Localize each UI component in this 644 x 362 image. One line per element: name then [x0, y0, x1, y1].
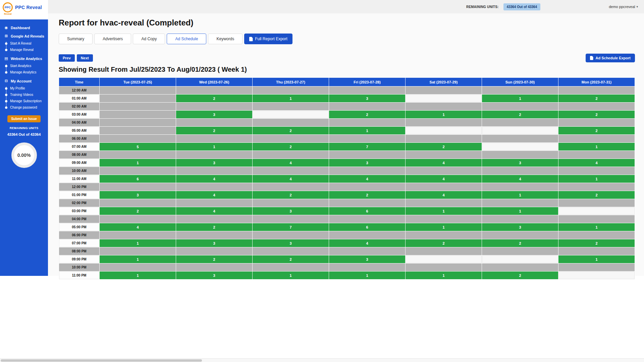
cell-value: 4 [406, 175, 482, 183]
tab-ad-copy[interactable]: Ad Copy [133, 34, 165, 44]
tab-ad-schedule[interactable]: Ad Schedule [167, 34, 206, 44]
cell-no-data [253, 231, 329, 239]
schedule-row: 07:00 AM512721 [59, 143, 635, 150]
cell-value: 2 [406, 239, 482, 247]
time-cell: 02:00 PM [59, 199, 99, 207]
brand-logo-area[interactable]: PPC PPC Reveal Reveal [0, 0, 48, 19]
report-tabs: Summary Advertisers Ad Copy Ad Schedule … [59, 34, 635, 44]
cell-empty [558, 272, 635, 279]
sidebar: PPC PPC Reveal Reveal ◉ Dashboard ⊞ Goog… [0, 0, 48, 276]
time-cell: 11:00 PM [59, 272, 99, 279]
cell-value: 3 [329, 255, 405, 263]
next-button[interactable]: Next [77, 54, 93, 62]
sidebar-section-google-ad-reveals[interactable]: ⊞ Google Ad Reveals [0, 32, 48, 40]
cell-no-data [406, 135, 482, 142]
ad-schedule-export-label: Ad Schedule Export [595, 56, 631, 60]
sidebar-section-my-account[interactable]: ⊟ My Account [0, 77, 48, 85]
file-icon [590, 56, 593, 60]
tab-keywords[interactable]: Keywords [208, 34, 243, 44]
topbar: REMAINING UNITS: 43364 Out of 43364 demo… [48, 0, 644, 13]
cell-no-data [253, 183, 329, 191]
sidebar-remaining-units-label: REMAINING UNITS [0, 126, 48, 130]
cell-value: 3 [253, 239, 329, 247]
sidebar-item-start-a-reveal[interactable]: Start A Reveal [0, 40, 48, 47]
cell-no-data [558, 103, 635, 110]
cell-value: 3 [176, 159, 252, 167]
cell-no-data [482, 263, 558, 271]
cell-no-data [100, 183, 176, 191]
cell-value: 1 [482, 95, 558, 102]
cell-value: 1 [558, 175, 635, 183]
cell-no-data [406, 167, 482, 175]
cell-no-data [406, 103, 482, 110]
cell-no-data [482, 119, 558, 126]
schedule-row: 02:00 PM [59, 199, 635, 207]
sidebar-item-training-videos[interactable]: Training Videos [0, 92, 48, 98]
sidebar-item-change-password[interactable]: Change password [0, 104, 48, 111]
cell-value: 2 [176, 255, 252, 263]
horizontal-scrollbar-thumb[interactable] [1, 359, 202, 362]
cell-no-data [100, 167, 176, 175]
schedule-row: 03:00 PM243611 [59, 207, 635, 215]
cell-no-data [253, 103, 329, 110]
column-header-day: Tue (2023-07-25) [100, 78, 176, 86]
sidebar-item-manage-reveal[interactable]: Manage Reveal [0, 47, 48, 53]
sidebar-section-label: Google Ad Reveals [11, 34, 44, 38]
cell-value: 1 [100, 255, 176, 263]
column-header-day: Fri (2023-07-28) [329, 78, 405, 86]
cell-no-data [176, 247, 252, 255]
sidebar-item-dashboard[interactable]: ◉ Dashboard [0, 23, 48, 32]
sidebar-section-website-analytics[interactable]: ▤ Website Analytics [0, 54, 48, 63]
cell-no-data [329, 199, 405, 207]
cell-no-data [406, 119, 482, 126]
cell-no-data [176, 119, 252, 126]
prev-button[interactable]: Prev [59, 54, 75, 62]
full-report-export-button[interactable]: Full Report Export [244, 34, 292, 44]
submit-issue-button[interactable]: Submit an Issue [7, 115, 41, 122]
time-cell: 01:00 PM [59, 191, 99, 199]
cell-value: 2 [253, 255, 329, 263]
tab-advertisers[interactable]: Advertisers [94, 34, 131, 44]
cell-value: 2 [253, 191, 329, 199]
user-menu[interactable]: demo ppcreveal ▾ [609, 5, 638, 9]
cell-no-data [406, 215, 482, 223]
cell-value: 4 [176, 175, 252, 183]
cell-no-data [100, 263, 176, 271]
cell-value: 4 [253, 159, 329, 167]
time-cell: 02:00 AM [59, 103, 99, 110]
sidebar-nav: ◉ Dashboard ⊞ Google Ad Reveals Start A … [0, 19, 48, 111]
cell-no-data [329, 103, 405, 110]
sidebar-item-manage-subscription[interactable]: Manage Subscription [0, 98, 48, 104]
cell-no-data [100, 119, 176, 126]
horizontal-scrollbar [0, 358, 644, 362]
tab-summary[interactable]: Summary [59, 34, 93, 44]
schedule-row: 01:00 PM3422412 [59, 191, 635, 199]
cell-value: 1 [100, 272, 176, 279]
cell-no-data [100, 215, 176, 223]
cell-value: 4 [329, 239, 405, 247]
cell-no-data [329, 215, 405, 223]
time-cell: 08:00 PM [59, 247, 99, 255]
cell-no-data [176, 151, 252, 159]
user-menu-label: demo ppcreveal [609, 5, 635, 9]
cell-value: 1 [100, 239, 176, 247]
cell-value: 4 [176, 207, 252, 215]
main-content: Report for hvac-reveal (Completed) Summa… [48, 13, 644, 276]
sidebar-item-start-analytics[interactable]: Start Analytics [0, 63, 48, 69]
cell-no-data [100, 151, 176, 159]
cell-no-data [100, 199, 176, 207]
ad-schedule-export-button[interactable]: Ad Schedule Export [586, 54, 635, 62]
cell-no-data [253, 119, 329, 126]
sidebar-item-manage-analytics[interactable]: Manage Analytics [0, 69, 48, 75]
cell-no-data [253, 199, 329, 207]
cell-value: 4 [406, 159, 482, 167]
cell-no-data [558, 151, 635, 159]
time-cell: 10:00 PM [59, 263, 99, 271]
cell-no-data [253, 135, 329, 142]
cell-no-data [406, 247, 482, 255]
sidebar-item-my-profile[interactable]: My Profile [0, 85, 48, 92]
cell-no-data [558, 215, 635, 223]
cell-no-data [406, 151, 482, 159]
cell-value: 2 [482, 239, 558, 247]
cell-no-data [329, 167, 405, 175]
